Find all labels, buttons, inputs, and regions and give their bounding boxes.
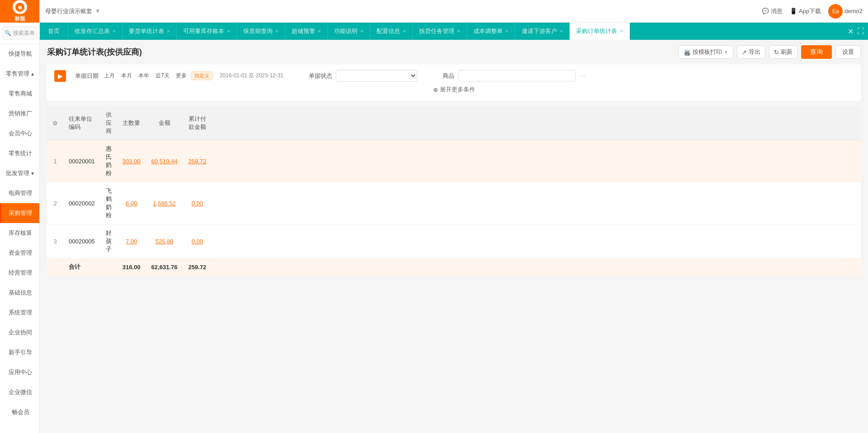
tab-maximize-button[interactable]: ⛶ (857, 27, 864, 35)
shortcut-this-year[interactable]: 本年 (137, 71, 151, 81)
date-range-display: 2016-01-01 至 2023-12-31 (220, 72, 283, 80)
row-supplier: 飞鹤奶粉 (100, 182, 117, 224)
shortcut-custom[interactable]: 自定义 (191, 71, 212, 80)
svg-text:畅: 畅 (18, 5, 22, 10)
goods-filter-input[interactable] (458, 70, 576, 81)
sidebar-item-operations[interactable]: 经营管理 (0, 263, 39, 283)
tab-order-summary[interactable]: 要货单统计表 × (123, 23, 177, 40)
sidebar-item-marketing[interactable]: 营销推广 (0, 104, 39, 124)
status-filter-select[interactable] (336, 70, 417, 82)
sidebar-item-ecommerce[interactable]: 电商管理 (0, 183, 39, 203)
row-empty (212, 182, 861, 224)
avatar: Ea (828, 4, 843, 19)
tab-cost-adjust[interactable]: 成本调整单 × (467, 23, 515, 40)
shortcut-7days[interactable]: 近7天 (154, 71, 171, 81)
sidebar-item-basic[interactable]: 基础信息 (0, 283, 39, 303)
sidebar-item-cooperation[interactable]: 企业协同 (0, 323, 39, 343)
tab-config-info[interactable]: 配置信息 × (370, 23, 413, 40)
tab-pick-task-close[interactable]: × (457, 28, 460, 34)
sidebar-item-wechat[interactable]: 企业微信 (0, 382, 39, 402)
sidebar-item-member[interactable]: 会员中心 (0, 124, 39, 143)
app-download-button[interactable]: 📱 App下载 (790, 7, 821, 15)
sidebar-item-finance-label: 资金管理 (9, 249, 32, 257)
sidebar-item-member-label: 会员中心 (9, 129, 32, 138)
footer-empty (212, 258, 861, 276)
tab-order-summary-close[interactable]: × (167, 28, 170, 34)
tab-invite-downstream[interactable]: 邀请下游客户 × (515, 23, 570, 40)
tab-cost-adjust-close[interactable]: × (505, 28, 509, 34)
table-body: 1 00020001 惠氏奶粉 303.00 60,519.44 259.72 … (47, 140, 861, 258)
sidebar-item-purchase[interactable]: 采购管理 (0, 203, 39, 223)
date-filter-label: 单据日期 (75, 72, 99, 80)
filter-toggle-button[interactable]: ▶ (54, 70, 66, 82)
th-code: 往来单位编码 (63, 106, 100, 140)
th-settings[interactable]: ⚙ (47, 106, 63, 140)
date-shortcuts: 上月 本月 本年 近7天 更多 自定义 (102, 71, 212, 81)
tab-pick-task[interactable]: 拣货任务管理 × (413, 23, 467, 40)
export-button[interactable]: ↗ 导出 (737, 45, 765, 59)
th-amount: 金额 (146, 106, 183, 140)
sidebar-item-inventory[interactable]: 库存核算 (0, 223, 39, 243)
sidebar-item-retail-shop[interactable]: 零售商城 (0, 84, 39, 104)
shortcut-last-month[interactable]: 上月 (102, 71, 117, 81)
refresh-button[interactable]: ↻ 刷新 (769, 45, 797, 59)
sidebar-item-system[interactable]: 系统管理 (0, 303, 39, 323)
row-paid: 0.00 (183, 182, 212, 224)
sidebar-item-retail-stats[interactable]: 零售统计 (0, 143, 39, 163)
sidebar-item-newcomer[interactable]: 新手引导 (0, 343, 39, 362)
chevron-down-icon: ▲ (30, 71, 35, 76)
table-row[interactable]: 3 00020005 好孩子 7.00 525.80 0.00 (47, 224, 861, 258)
tab-receive-summary-label: 收发存汇总表 (75, 27, 110, 35)
sidebar-item-vip-label: 畅会员 (12, 408, 29, 416)
row-code: 00020001 (63, 140, 100, 182)
tab-func-desc[interactable]: 功能说明 × (328, 23, 370, 40)
tab-purchase-summary[interactable]: 采购订单统计表 × (570, 23, 630, 40)
footer-qty: 316.00 (117, 258, 146, 276)
sidebar-item-retail[interactable]: 零售管理 ▲ (0, 64, 39, 84)
print-button[interactable]: 🖨️ 按模板打印 ▼ (679, 45, 733, 59)
message-icon: 💬 (762, 8, 769, 14)
status-filter-label: 单据状态 (309, 72, 332, 80)
tab-overstock-warning-close[interactable]: × (318, 28, 321, 34)
sidebar-item-shortcut[interactable]: 快捷导航 (0, 44, 39, 64)
avatar-initials: Ea (832, 8, 839, 14)
row-num: 3 (47, 224, 63, 258)
table-row[interactable]: 2 00020002 飞鹤奶粉 6.00 1,586.52 0.00 (47, 182, 861, 224)
tab-receive-summary[interactable]: 收发存汇总表 × (68, 23, 123, 40)
shortcut-more[interactable]: 更多 (174, 71, 189, 81)
tab-config-info-close[interactable]: × (403, 28, 406, 34)
message-button[interactable]: 💬 消息 (762, 7, 783, 15)
tab-receive-summary-close[interactable]: × (113, 28, 116, 34)
goods-filter-more-icon[interactable]: ··· (579, 72, 587, 79)
shortcut-this-month[interactable]: 本月 (119, 71, 134, 81)
export-label: 导出 (749, 48, 760, 56)
tab-available-stock[interactable]: 可用量库存账本 × (177, 23, 237, 40)
tab-overstock-warning[interactable]: 超储预警 × (285, 23, 328, 40)
row-supplier: 好孩子 (100, 224, 117, 258)
chevron-down-icon-2: ▼ (30, 171, 35, 176)
tab-invite-downstream-close[interactable]: × (560, 28, 563, 34)
settings-button[interactable]: 设置 (835, 45, 861, 59)
topbar-dropdown-arrow[interactable]: ▼ (95, 8, 101, 14)
sidebar-item-vip[interactable]: 畅会员 (0, 402, 39, 422)
query-button[interactable]: 查询 (801, 45, 832, 59)
tab-expiry-query[interactable]: 保质期查询 × (237, 23, 285, 40)
search-menu-button[interactable]: 🔍 搜索菜单 (3, 26, 37, 40)
download-icon: 📱 (790, 8, 797, 14)
tab-close-all-button[interactable]: ✕ (848, 27, 854, 36)
gear-icon[interactable]: ⚙ (52, 120, 58, 127)
sidebar-item-finance[interactable]: 资金管理 (0, 243, 39, 263)
tab-home[interactable]: 首页 (40, 23, 68, 40)
table-row[interactable]: 1 00020001 惠氏奶粉 303.00 60,519.44 259.72 (47, 140, 861, 182)
refresh-label: 刷新 (781, 48, 793, 56)
tab-home-label: 首页 (48, 27, 60, 35)
filter-expand-button[interactable]: ⊕ 展开更多条件 (433, 86, 475, 94)
tab-expiry-query-close[interactable]: × (275, 28, 278, 34)
tab-func-desc-close[interactable]: × (360, 28, 363, 34)
tab-purchase-summary-close[interactable]: × (620, 28, 623, 34)
tab-available-stock-close[interactable]: × (227, 28, 230, 34)
user-area[interactable]: Ea demo2 (828, 4, 863, 19)
sidebar-item-appstore[interactable]: 应用中心 (0, 362, 39, 382)
filter-expand-area: ⊕ 展开更多条件 (54, 82, 854, 95)
sidebar-item-wholesale[interactable]: 批发管理 ▼ (0, 163, 39, 183)
